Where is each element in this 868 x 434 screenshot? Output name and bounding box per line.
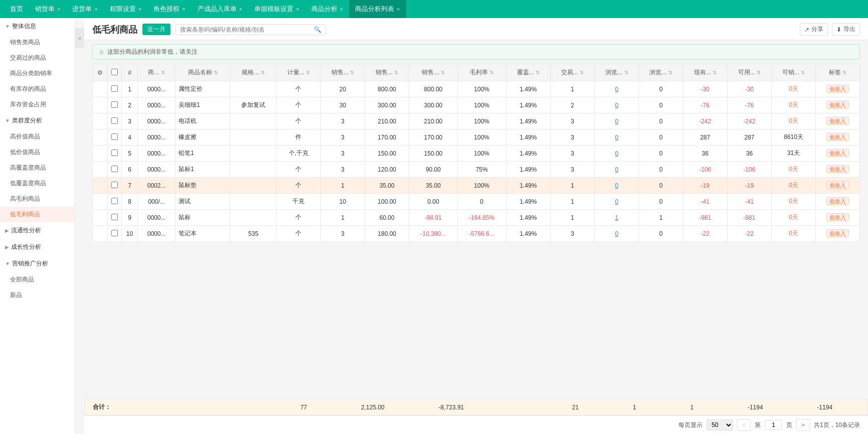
nav-product-entry[interactable]: 产成品入库单 × <box>192 0 248 18</box>
col-sale-price[interactable]: 销售... ⇅ <box>365 64 409 81</box>
view1-cell[interactable]: 0 <box>595 162 639 178</box>
view1-cell[interactable]: 0 <box>595 129 639 146</box>
nav-goods-analysis[interactable]: 商品分析 × <box>305 0 349 18</box>
search-icon[interactable]: 🔍 <box>314 26 321 33</box>
col-view1[interactable]: 浏览... ⇅ <box>595 64 639 81</box>
view1-cell[interactable]: 0 <box>595 146 639 162</box>
prev-page-button[interactable]: ＜ <box>737 419 751 431</box>
nav-sales-order[interactable]: 销货单 × <box>29 0 66 18</box>
sidebar-group-growth[interactable]: ▶ 成长性分析 <box>0 239 75 255</box>
sidebar-item-traded-goods[interactable]: 交易过的商品 <box>0 50 75 66</box>
check-cell[interactable] <box>108 81 122 97</box>
row-checkbox[interactable] <box>111 101 118 108</box>
nav-permissions[interactable]: 权限设置 × <box>104 0 147 18</box>
close-icon[interactable]: × <box>397 6 400 12</box>
view1-cell[interactable]: 0 <box>595 97 639 113</box>
check-cell[interactable] <box>108 194 122 210</box>
row-checkbox[interactable] <box>111 230 118 236</box>
check-cell[interactable] <box>108 129 122 146</box>
sidebar-item-category-rate[interactable]: 商品分类助销率 <box>0 66 75 81</box>
sidebar-group-marketing[interactable]: ▼ 营销推广分析 <box>0 255 75 272</box>
view1-cell[interactable]: 0 <box>595 194 639 210</box>
num-cell: 7 <box>122 178 138 194</box>
col-gross-rate[interactable]: 毛利率 ⇅ <box>457 64 506 81</box>
close-icon[interactable]: × <box>239 6 242 12</box>
nav-home[interactable]: 首页 <box>4 0 29 18</box>
sidebar-item-capital[interactable]: 库存资金占用 <box>0 97 75 112</box>
col-settings[interactable]: ⚙ <box>93 64 108 81</box>
col-view2[interactable]: 浏览... ⇅ <box>639 64 683 81</box>
search-input[interactable] <box>180 26 314 33</box>
sidebar-item-high-value[interactable]: 高价值商品 <box>0 129 75 144</box>
sidebar-item-all-goods[interactable]: 全部商品 <box>0 272 75 287</box>
sidebar-item-high-coverage[interactable]: 高覆盖度商品 <box>0 160 75 176</box>
row-checkbox[interactable] <box>111 150 118 156</box>
sidebar-collapse-button[interactable]: « <box>75 28 84 48</box>
sidebar-item-low-value[interactable]: 低价值商品 <box>0 144 75 160</box>
sidebar-item-high-margin[interactable]: 高毛利商品 <box>0 191 75 207</box>
col-unit[interactable]: 计量... ⇅ <box>276 64 320 81</box>
col-sale-qty[interactable]: 销售... ⇅ <box>320 64 365 81</box>
view1-cell[interactable]: 0 <box>595 81 639 97</box>
nav-template-settings[interactable]: 单据模板设置 × <box>248 0 305 18</box>
spec-cell: 参加复试 <box>230 97 276 113</box>
col-available[interactable]: 可用... ⇅ <box>727 64 771 81</box>
sale-qty-cell: 10 <box>320 194 365 210</box>
sidebar-item-low-margin[interactable]: 低毛利商品 <box>0 207 75 222</box>
row-checkbox[interactable] <box>111 214 118 220</box>
col-sale-profit[interactable]: 销售... ⇅ <box>409 64 457 81</box>
col-check-all[interactable] <box>108 64 122 81</box>
col-current-stock[interactable]: 现有... ⇅ <box>683 64 727 81</box>
sidebar-item-low-coverage[interactable]: 低覆盖度商品 <box>0 176 75 191</box>
row-checkbox[interactable] <box>111 117 118 124</box>
row-checkbox[interactable] <box>111 198 118 204</box>
col-code[interactable]: 商... ⇅ <box>138 64 176 81</box>
check-all-checkbox[interactable] <box>111 69 118 75</box>
sidebar-item-stocked-goods[interactable]: 有库存的商品 <box>0 81 75 97</box>
view1-cell[interactable]: 0 <box>595 178 639 194</box>
col-coverage[interactable]: 覆盖... ⇅ <box>506 64 550 81</box>
export-button[interactable]: ⬇ 导出 <box>832 23 860 36</box>
sidebar-group-cluster[interactable]: ▼ 类群度分析 <box>0 112 75 129</box>
check-cell[interactable] <box>108 97 122 113</box>
sale-qty-cell: 30 <box>320 97 365 113</box>
sidebar-item-sales-goods[interactable]: 销售类商品 <box>0 35 75 50</box>
col-name[interactable]: 商品名称 ⇅ <box>176 64 230 81</box>
check-cell[interactable] <box>108 226 122 242</box>
check-cell[interactable] <box>108 146 122 162</box>
nav-goods-analysis-list[interactable]: 商品分析列表 × <box>349 0 406 18</box>
view1-cell[interactable]: 1 <box>595 210 639 226</box>
col-trans[interactable]: 交易... ⇅ <box>551 64 595 81</box>
row-checkbox[interactable] <box>111 182 118 188</box>
col-tag[interactable]: 标签 ⇅ <box>816 64 860 81</box>
view1-cell[interactable]: 0 <box>595 226 639 242</box>
close-icon[interactable]: × <box>57 6 60 12</box>
col-spec[interactable]: 规格... ⇅ <box>230 64 276 81</box>
check-cell[interactable] <box>108 178 122 194</box>
nav-role-auth[interactable]: 角色授权 × <box>147 0 191 18</box>
sidebar-group-liquidity[interactable]: ▶ 流通性分析 <box>0 222 75 239</box>
close-icon[interactable]: × <box>182 6 185 12</box>
check-cell[interactable] <box>108 162 122 178</box>
close-icon[interactable]: × <box>94 6 97 12</box>
col-saleable[interactable]: 可销... ⇅ <box>771 64 815 81</box>
table-footer: 合计： 77 2,125.00 -8,723.91 21 1 1 -1194 -… <box>84 399 868 415</box>
close-icon[interactable]: × <box>296 6 299 12</box>
filter-button[interactable]: 近一月 <box>142 24 170 35</box>
sidebar-group-overall[interactable]: ▼ 整体信息 <box>0 18 75 35</box>
sidebar-item-new-goods[interactable]: 新品 <box>0 287 75 303</box>
share-button[interactable]: ↗ 分享 <box>800 23 828 36</box>
nav-purchase-order[interactable]: 进货单 × <box>66 0 103 18</box>
row-checkbox[interactable] <box>111 133 118 140</box>
page-size-select[interactable]: 50 100 200 <box>707 419 733 430</box>
tag-cell: 低收入 <box>816 210 860 226</box>
check-cell[interactable] <box>108 210 122 226</box>
check-cell[interactable] <box>108 113 122 129</box>
row-checkbox[interactable] <box>111 166 118 172</box>
close-icon[interactable]: × <box>138 6 141 12</box>
close-icon[interactable]: × <box>340 6 343 12</box>
view1-cell[interactable]: 0 <box>595 113 639 129</box>
page-number-input[interactable] <box>765 420 782 430</box>
next-page-button[interactable]: ＞ <box>796 419 810 431</box>
row-checkbox[interactable] <box>111 85 118 92</box>
